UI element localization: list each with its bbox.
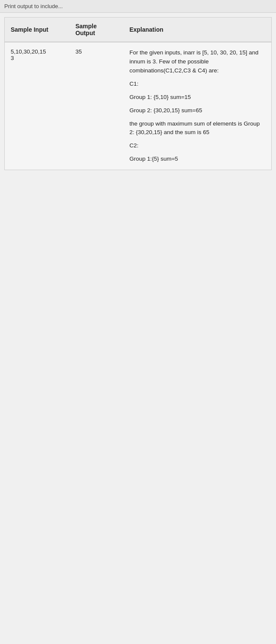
table-wrapper: Sample Input Sample Output Explanation 5… xyxy=(0,13,276,174)
explanation-para-5: the group with maximum sum of elements i… xyxy=(129,120,265,138)
explanation-para-2: C1: xyxy=(129,80,265,89)
explanation-para-3: Group 1: {5,10} sum=15 xyxy=(129,93,265,102)
top-bar-text: Print output to include... xyxy=(4,3,63,9)
table-header-row: Sample Input Sample Output Explanation xyxy=(5,18,272,42)
sample-input-value: 5,10,30,20,15 3 xyxy=(11,48,46,61)
explanation-cell: For the given inputs, inarr is [5, 10, 3… xyxy=(123,42,271,170)
explanation-para-4: Group 2: {30,20,15} sum=65 xyxy=(129,106,265,115)
sample-input-cell: 5,10,30,20,15 3 xyxy=(5,42,70,170)
col-header-input: Sample Input xyxy=(5,18,70,42)
explanation-para-7: Group 1:{5} sum=5 xyxy=(129,155,265,164)
page-container: Print output to include... Sample Input … xyxy=(0,0,276,174)
col-header-explanation: Explanation xyxy=(123,18,271,42)
sample-output-value: 35 xyxy=(75,48,82,55)
explanation-para-1: For the given inputs, inarr is [5, 10, 3… xyxy=(129,48,265,75)
explanation-content: For the given inputs, inarr is [5, 10, 3… xyxy=(129,48,265,164)
sample-table: Sample Input Sample Output Explanation 5… xyxy=(4,17,272,170)
table-row: 5,10,30,20,15 3 35 For the given inputs,… xyxy=(5,42,272,170)
explanation-para-6: C2: xyxy=(129,141,265,150)
sample-output-cell: 35 xyxy=(69,42,123,170)
col-header-output: Sample Output xyxy=(69,18,123,42)
top-bar: Print output to include... xyxy=(0,0,276,13)
